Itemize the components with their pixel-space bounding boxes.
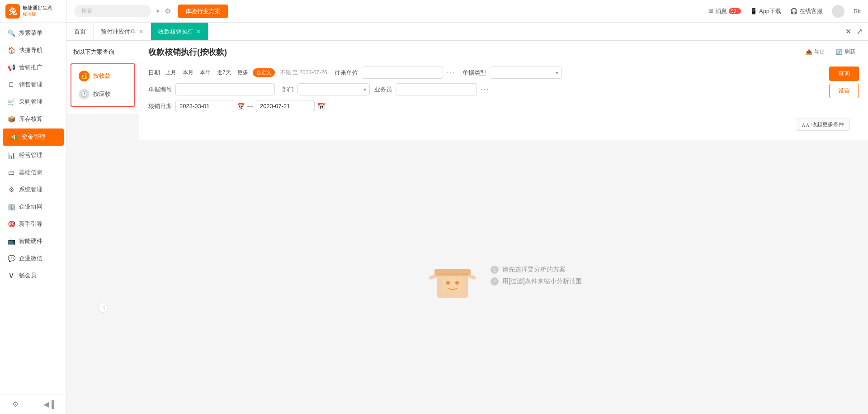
salesperson-dots-button[interactable]: ··· xyxy=(481,86,489,94)
svg-rect-6 xyxy=(467,274,476,280)
industry-solution-button[interactable]: 体验行业方案 xyxy=(178,5,228,18)
sidebar-label-purchase: 采购管理 xyxy=(19,98,42,106)
settings-bottom-icon[interactable]: ⚙ xyxy=(9,398,22,410)
sidebar-item-member[interactable]: V 畅会员 xyxy=(0,267,66,284)
doc-number-group: 单据编号 xyxy=(148,83,275,95)
sidebar-item-system[interactable]: ⚙ 系统管理 xyxy=(0,181,66,198)
export-icon: 📤 xyxy=(806,49,812,55)
export-label: 导出 xyxy=(814,48,825,56)
sidebar-label-sales: 销售管理 xyxy=(19,81,42,89)
filter-item-by-receivable[interactable]: 🕐 按应收 xyxy=(73,85,132,103)
receipt-filter-icon: 💰 xyxy=(79,71,90,81)
tabbar-controls: ✕ ⤢ xyxy=(840,23,868,40)
refresh-button[interactable]: 🔄 刷新 xyxy=(832,46,859,57)
query-button[interactable]: 查询 xyxy=(829,67,859,81)
filter-panel-border: 💰 按收款 🕐 按应收 xyxy=(71,63,135,107)
verification-date-end-input[interactable] xyxy=(256,100,315,112)
verification-date-group: 核销日期 📅 — 📅 xyxy=(148,100,325,112)
sidebar-item-finance[interactable]: 💵 资金管理 xyxy=(3,128,64,146)
app-edition: 标准版 xyxy=(23,11,52,18)
maximize-icon[interactable]: ⤢ xyxy=(857,27,863,36)
doc-type-select-wrapper xyxy=(490,67,562,79)
tab-home-label: 首页 xyxy=(74,28,86,36)
collapse-more-button[interactable]: ∧∧ 收起更多条件 xyxy=(796,119,850,131)
salesperson-label: 业务员 xyxy=(374,86,392,94)
doc-type-select[interactable] xyxy=(490,67,562,79)
department-select-wrapper xyxy=(297,83,370,95)
tab-home[interactable]: 首页 xyxy=(67,23,94,40)
filter-panel-collapse-button[interactable]: 《 xyxy=(98,303,108,313)
salesperson-input[interactable] xyxy=(396,83,477,95)
sidebar: 兔 畅捷通好生意 标准版 🔍 搜索菜单 🏠 快捷导航 📢 营销推广 🗒 销售管理… xyxy=(0,0,67,414)
sidebar-item-inventory[interactable]: 📦 库存核算 xyxy=(0,110,66,128)
sidebar-item-sales[interactable]: 🗒 销售管理 xyxy=(0,76,66,93)
doc-number-label: 单据编号 xyxy=(148,86,172,94)
verification-date-end-cal-icon[interactable]: 📅 xyxy=(317,103,325,110)
sidebar-item-marketing[interactable]: 📢 营销推广 xyxy=(0,59,66,76)
collapse-sidebar-icon[interactable]: ◀▐ xyxy=(40,398,57,410)
filter-item-by-receipt[interactable]: 💰 按收款 xyxy=(73,67,132,85)
svg-point-4 xyxy=(455,281,459,285)
date-btn-this-year[interactable]: 本年 xyxy=(198,68,212,77)
sidebar-item-operations[interactable]: 📊 经营管理 xyxy=(0,147,66,164)
guide-icon: 🎯 xyxy=(7,220,15,228)
collapse-chevron-icon: ∧∧ xyxy=(802,122,810,128)
app-download-button[interactable]: 📱 App下载 xyxy=(750,7,781,15)
refresh-icon: 🔄 xyxy=(836,49,843,55)
sidebar-item-guide[interactable]: 🎯 新手引导 xyxy=(0,215,66,233)
export-button[interactable]: 📤 导出 xyxy=(802,46,829,57)
date-btn-this-month[interactable]: 本月 xyxy=(181,68,195,77)
date-btn-last-month[interactable]: 上月 xyxy=(164,68,178,77)
sidebar-label-guide: 新手引导 xyxy=(19,220,42,228)
sidebar-label-basic-info: 基础信息 xyxy=(19,168,42,176)
message-label: 消息 xyxy=(715,7,727,15)
sidebar-item-purchase[interactable]: 🛒 采购管理 xyxy=(0,93,66,110)
counterparty-group: 往来单位 ··· xyxy=(335,67,455,79)
date-btn-custom[interactable]: 自定义 xyxy=(253,68,275,77)
topbar-gear-icon[interactable]: ⚙ xyxy=(165,7,171,15)
tab-prepay-close-icon[interactable]: ✕ xyxy=(139,29,143,35)
sidebar-item-basic-info[interactable]: 🗃 基础信息 xyxy=(0,164,66,181)
user-name: Rit xyxy=(854,8,861,14)
department-select[interactable] xyxy=(297,83,370,95)
tab-receipt-close-icon[interactable]: ✕ xyxy=(196,29,201,35)
online-service-button[interactable]: 🎧 在线客服 xyxy=(790,7,823,15)
sidebar-item-enterprise-coop[interactable]: 🏢 企业协同 xyxy=(0,198,66,215)
user-avatar[interactable] xyxy=(832,5,844,18)
close-window-icon[interactable]: ✕ xyxy=(845,27,851,36)
page-header: 收款核销执行(按收款) 📤 导出 🔄 刷新 xyxy=(139,41,868,61)
date-btn-7days[interactable]: 近7天 xyxy=(215,68,233,77)
empty-hint-1-text: 请先选择要分析的方案 xyxy=(502,266,566,274)
doc-number-input[interactable] xyxy=(175,83,275,95)
tab-receipt[interactable]: 收款核销执行 ✕ xyxy=(151,23,208,40)
sidebar-label-quick-nav: 快捷导航 xyxy=(19,46,42,54)
settings-button[interactable]: 设置 xyxy=(829,84,859,98)
sidebar-label-enterprise-coop: 企业协同 xyxy=(19,203,42,211)
member-icon: V xyxy=(7,271,15,280)
salesperson-group: 业务员 ··· xyxy=(374,83,489,95)
smart-hw-icon: 📺 xyxy=(7,237,15,245)
sidebar-item-wechat[interactable]: 💬 企业微信 xyxy=(0,250,66,267)
date-btn-more[interactable]: 更多 xyxy=(236,68,250,77)
wechat-icon: 💬 xyxy=(7,254,15,262)
topbar-search-box[interactable]: 搜索 xyxy=(74,5,151,17)
empty-state: 1 请先选择要分析的方案 2 用[过滤]条件来缩小分析范围 xyxy=(139,140,868,414)
operations-icon: 📊 xyxy=(7,151,15,159)
sidebar-label-member: 畅会员 xyxy=(19,271,37,280)
refresh-label: 刷新 xyxy=(844,48,855,56)
message-button[interactable]: ✉ 消息 99+ xyxy=(708,7,741,15)
verification-date-start-input[interactable] xyxy=(175,100,234,112)
app-download-icon: 📱 xyxy=(750,8,757,14)
counterparty-dots-button[interactable]: ··· xyxy=(447,69,455,77)
filter-item-receipt-label: 按收款 xyxy=(93,72,111,80)
tab-prepay[interactable]: 预付冲应付单 ✕ xyxy=(94,23,151,40)
topbar-chevron-icon[interactable]: ▾ xyxy=(156,8,159,14)
content-area: 按以下方案查询 💰 按收款 🕐 按应收 《 收款核销执行(按收款) xyxy=(67,41,868,414)
verification-date-start-cal-icon[interactable]: 📅 xyxy=(237,103,245,110)
sidebar-item-quick-nav[interactable]: 🏠 快捷导航 xyxy=(0,42,66,59)
enterprise-coop-icon: 🏢 xyxy=(7,203,15,211)
form-row-1: 日期 上月 本月 本年 近7天 更多 自定义 不限 至 2023-07-26 xyxy=(148,67,824,79)
sidebar-item-smart-hw[interactable]: 📺 智能硬件 xyxy=(0,233,66,250)
counterparty-input[interactable] xyxy=(362,67,443,79)
sidebar-item-search[interactable]: 🔍 搜索菜单 xyxy=(0,24,66,42)
